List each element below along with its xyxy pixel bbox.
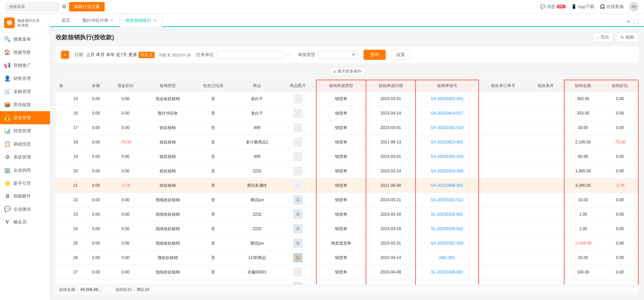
filter-expand-arrow[interactable]: » (61, 51, 69, 59)
date-btn-more[interactable]: 更多 (128, 52, 137, 58)
base-icon: 📋 (4, 141, 11, 147)
cell-settled: 否 (192, 280, 234, 285)
cell-bill-report-no[interactable]: SA-20230301-001 (416, 92, 479, 106)
partner-input[interactable] (216, 51, 283, 59)
cell-bill-report-no[interactable]: SA-20230314-008 (416, 164, 479, 178)
sidebar-item-hardware[interactable]: 🖥 智能硬件 (0, 190, 50, 203)
col-settings[interactable]: ⚙ (56, 80, 67, 92)
cell-receipt-condition (528, 193, 564, 207)
expand-conditions-btn[interactable]: ∨ 展开更多条件 (329, 67, 365, 76)
tab-advance-close[interactable]: ✕ (110, 18, 113, 23)
cell-seq: 21 (67, 178, 84, 193)
message-btn[interactable]: 💬 消息 99+ (540, 4, 566, 10)
search-icon: 🔍 (4, 36, 11, 42)
cell-bill-report-no[interactable]: SL-20230328-002 (416, 222, 479, 236)
date-options: 上月 本月 本年 近7天 更多 自定义 (86, 52, 155, 58)
sidebar-item-sales[interactable]: 👤 销售管理 (0, 72, 50, 85)
cell-goods-img: 🖼 (280, 280, 317, 285)
main-layout: 畅 畅捷通好生意标准版 🔍 搜索菜单 🏠 快捷导航 📢 营销推广 👤 销售管理 … (0, 13, 644, 300)
cell-cash-discount: 0.00 (108, 236, 144, 251)
col-cancel-discount: 核销折扣 (602, 80, 638, 92)
sidebar-item-base[interactable]: 📋 基础信息 (0, 137, 50, 151)
cell-cash-discount: 0.00 (108, 121, 144, 135)
cell-bill-report-no[interactable]: SA-20230331-026 (416, 236, 479, 251)
cell-bill-report-no[interactable]: SL-20230328-001 (416, 207, 479, 222)
date-btn-this-month[interactable]: 本月 (96, 52, 105, 58)
tab-maximize-icon[interactable]: ⛶ (633, 19, 639, 25)
date-custom-btn[interactable]: 自定义 (139, 52, 155, 58)
sidebar-item-purchase[interactable]: 🛒 采购管理 (0, 85, 50, 98)
cell-cancel-amount: 2,100.00 (564, 135, 602, 149)
top-bar-right: 💬 消息 99+ 📱 App下载 🎧 在线客服 Rit (540, 2, 639, 11)
cell-bill-report-type: 销货单 (316, 280, 366, 285)
cell-seq: 17 (67, 121, 84, 135)
date-btn-last-month[interactable]: 上月 (86, 52, 95, 58)
partner-dots[interactable]: ··· (286, 52, 292, 58)
partner-label: 往来单位 (196, 52, 214, 58)
sidebar-item-system[interactable]: ⚙ 系统管理 (0, 151, 50, 164)
date-btn-this-year[interactable]: 本年 (106, 52, 115, 58)
sidebar-item-wechat[interactable]: 💬 企业微信 (0, 203, 50, 216)
table-body: 15 0.00 0.00 现金收款核销 否 老白干 □ 销货单 2023-03-… (56, 92, 638, 285)
cell-bill-report-no[interactable]: SA-20210813-001 (416, 135, 479, 149)
cell-gear (56, 164, 67, 178)
sidebar-item-company[interactable]: 🏢 企业协同 (0, 164, 50, 177)
tab-receipt[interactable]: 收款核销执行 ✕ (120, 14, 162, 27)
cell-receipt-condition (528, 135, 564, 149)
sidebar-label-hardware: 智能硬件 (13, 193, 31, 199)
online-service-btn[interactable]: 🎧 在线客服 (600, 4, 624, 10)
sidebar-item-inventory[interactable]: 📦 库存核算 (0, 98, 50, 111)
cell-cash-discount: 0.00 (108, 265, 144, 280)
sidebar-item-quicknav[interactable]: 🏠 快捷导航 (0, 46, 50, 59)
tab-home[interactable]: 首页 (56, 14, 76, 26)
bill-type-select[interactable]: 销货单 销货退货单 (318, 51, 358, 59)
sidebar-item-operation[interactable]: 📊 经营管理 (0, 124, 50, 137)
cell-balance: 0.00 (84, 222, 107, 236)
settings-gear-icon[interactable]: ⚙ (62, 3, 66, 10)
sidebar-item-finance[interactable]: 💰 资金管理 (0, 111, 50, 124)
sidebar: 畅 畅捷通好生意标准版 🔍 搜索菜单 🏠 快捷导航 📢 营销推广 👤 销售管理 … (0, 13, 50, 300)
cell-goods-img: 🖼 (280, 207, 317, 222)
table-scroll[interactable]: ⚙ 余额 现金折扣 核销类型 包含已结清 商品 商品图片 核销单据类型 核销 (56, 80, 639, 285)
tab-close-icon[interactable]: ✕ (626, 18, 631, 25)
cell-bill-report-no[interactable]: SA-20210808-001 (416, 178, 479, 193)
settings-btn[interactable]: 设置 (391, 50, 410, 60)
col-seq (67, 80, 84, 92)
cell-bill-report-no[interactable]: ABC-001 (416, 251, 479, 265)
column-settings-icon[interactable]: ⚙ (59, 83, 63, 88)
top-search-input[interactable] (5, 3, 59, 11)
cell-bill-report-no[interactable]: SA-20230414-017 (416, 106, 479, 121)
cell-bill-report-no[interactable]: SA-20230321-012 (416, 193, 479, 207)
cell-bill-report-no[interactable]: SL-20230418-001 (416, 280, 479, 285)
sidebar-item-guide[interactable]: 🌟 新手引导 (0, 177, 50, 190)
col-cash-discount: 现金折扣 (108, 80, 144, 92)
cell-cancel-discount: -2.76 (602, 178, 638, 193)
tab-receipt-close[interactable]: ✕ (154, 18, 157, 23)
cell-receipt-condition (528, 164, 564, 178)
cell-receipt-condition (528, 121, 564, 135)
cell-bill-report-no[interactable]: SA-20230301-010 (416, 121, 479, 135)
export-btn[interactable]: ↑ 导出 (593, 32, 614, 42)
cell-cancel-amount: 333.00 (564, 106, 602, 121)
refresh-btn[interactable]: ↻ 刷新 (616, 32, 639, 42)
date-btn-7days[interactable]: 近7天 (116, 52, 127, 58)
sidebar-item-member[interactable]: V 畅会员 (0, 216, 50, 228)
tab-receipt-label: 收款核销执行 (125, 17, 152, 24)
tab-advance[interactable]: 预付冲应付单 ✕ (76, 14, 119, 26)
app-download-btn[interactable]: 📱 App下载 (571, 4, 594, 10)
cell-goods: 123D商品 (234, 251, 280, 265)
query-btn[interactable]: 查询 (364, 50, 386, 60)
cell-cancel-type: 现续收款核销 (144, 265, 192, 280)
cell-bill-report-no[interactable]: SA-20230301-010 (416, 149, 479, 164)
cell-bill-report-type: 销货单 (316, 251, 366, 265)
cell-receipt-condition (528, 207, 564, 222)
cell-cash-discount: -2.76 (108, 178, 144, 193)
cell-cancel-amount: 360.00 (564, 92, 602, 106)
industry-solution-btn[interactable]: 体验行业方案 (69, 2, 105, 11)
cell-bill-report-date: 2023-03-28 (366, 222, 416, 236)
sidebar-item-marketing[interactable]: 📢 营销推广 (0, 59, 50, 72)
notification-badge: 99+ (557, 5, 566, 8)
sidebar-item-search[interactable]: 🔍 搜索菜单 (0, 33, 50, 46)
cell-bill-report-no[interactable]: SL-20230408-001 (416, 265, 479, 280)
user-avatar[interactable]: Rit (629, 2, 639, 11)
